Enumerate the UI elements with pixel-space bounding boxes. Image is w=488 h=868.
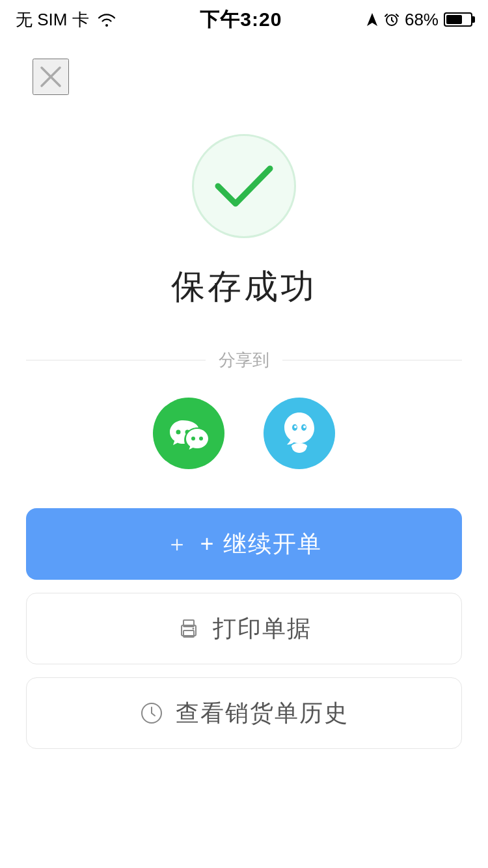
alarm-icon [384,12,400,27]
checkmark-icon [215,163,273,209]
svg-point-10 [294,426,297,428]
clock-icon [139,701,164,726]
svg-point-11 [303,426,306,428]
continue-label: + 继续开单 [200,528,321,560]
success-title: 保存成功 [171,264,317,310]
divider-right [282,360,462,360]
svg-point-3 [176,430,181,435]
history-button[interactable]: 查看销货单历史 [26,677,462,749]
close-icon [39,65,62,88]
share-label: 分享到 [219,349,269,372]
svg-point-5 [191,437,195,441]
status-time: 下午3:20 [200,7,282,33]
close-button[interactable] [33,59,69,95]
location-icon [366,12,379,27]
history-label: 查看销货单历史 [176,698,349,729]
success-circle [192,134,296,238]
svg-point-15 [193,628,195,630]
battery-icon [444,12,472,27]
main-content: 保存成功 分享到 [0,39,488,868]
status-bar: 无 SIM 卡 下午3:20 68% [0,0,488,39]
battery-percentage: 68% [405,10,439,30]
share-divider: 分享到 [26,349,462,372]
print-label: 打印单据 [213,613,312,645]
svg-point-6 [199,437,203,441]
qq-share-button[interactable] [264,398,335,469]
print-button[interactable]: 打印单据 [26,593,462,664]
status-right: 68% [366,10,472,30]
continue-button[interactable]: ＋ + 继续开单 [26,508,462,580]
divider-left [26,360,206,360]
wechat-icon [167,415,210,452]
plus-icon: ＋ [166,529,188,559]
wifi-icon [97,12,116,27]
share-icons [26,398,462,469]
no-sim-text: 无 SIM 卡 [16,8,89,31]
action-buttons: ＋ + 继续开单 打印单据 查看销货单历史 [26,508,462,749]
status-left: 无 SIM 卡 [16,8,116,31]
wechat-share-button[interactable] [153,398,224,469]
share-section: 分享到 [26,349,462,469]
printer-icon [176,616,201,641]
qq-icon [279,410,319,457]
